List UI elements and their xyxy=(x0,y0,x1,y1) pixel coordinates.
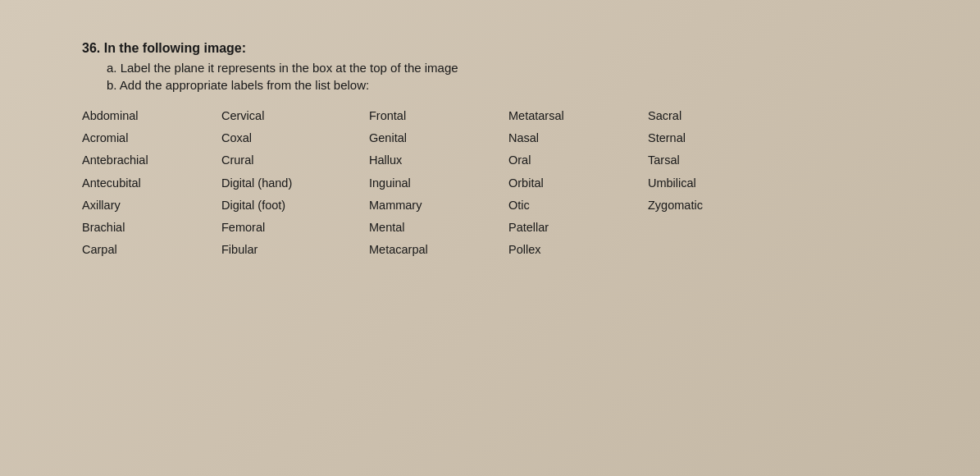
question-number: 36. In the following image: xyxy=(82,41,931,56)
sub-item-a: a. Label the plane it represents in the … xyxy=(107,61,931,75)
column-5: Sacral Sternal Tarsal Umbilical Zygomati… xyxy=(648,107,787,259)
list-item: Abdominal xyxy=(82,107,221,126)
list-item: Tarsal xyxy=(648,151,787,170)
list-item: Digital (foot) xyxy=(221,196,369,215)
list-item: Metacarpal xyxy=(369,240,508,259)
sub-a-text: a. Label the plane it represents in the … xyxy=(107,61,458,75)
list-item: Hallux xyxy=(369,151,508,170)
list-item: Mammary xyxy=(369,196,508,215)
list-item: Nasal xyxy=(508,129,648,148)
list-item: Digital (hand) xyxy=(221,174,369,193)
list-item: Coxal xyxy=(221,129,369,148)
list-item: Oral xyxy=(508,151,648,170)
sub-b-text: b. Add the appropriate labels from the l… xyxy=(107,78,369,92)
list-item: Otic xyxy=(508,196,648,215)
list-item: Metatarsal xyxy=(508,107,648,126)
list-item-cervical: Cervical xyxy=(221,107,369,126)
list-item: Carpal xyxy=(82,240,221,259)
page-container: 36. In the following image: a. Label the… xyxy=(0,0,980,476)
list-item: Sternal xyxy=(648,129,787,148)
list-item: Axillary xyxy=(82,196,221,215)
list-item: Genital xyxy=(369,129,508,148)
list-item: Fibular xyxy=(221,240,369,259)
sub-item-b: b. Add the appropriate labels from the l… xyxy=(107,78,931,92)
list-item: Sacral xyxy=(648,107,787,126)
number-label: 36. xyxy=(82,41,100,55)
list-item: Patellar xyxy=(508,218,648,237)
list-item: Acromial xyxy=(82,129,221,148)
list-item: Femoral xyxy=(221,218,369,237)
list-item: Zygomatic xyxy=(648,196,787,215)
list-item: Frontal xyxy=(369,107,508,126)
list-item: Antebrachial xyxy=(82,151,221,170)
column-2: Cervical Coxal Crural Digital (hand) Dig… xyxy=(221,107,369,259)
list-item: Crural xyxy=(221,151,369,170)
list-item: Inguinal xyxy=(369,174,508,193)
list-item: Umbilical xyxy=(648,174,787,193)
list-item: Orbital xyxy=(508,174,648,193)
list-item: Antecubital xyxy=(82,174,221,193)
intro-text: In the following image: xyxy=(104,41,246,55)
column-4: Metatarsal Nasal Oral Orbital Otic Patel… xyxy=(508,107,648,259)
labels-grid: Abdominal Acromial Antebrachial Antecubi… xyxy=(82,107,931,259)
list-item-brachial: Brachial xyxy=(82,218,221,237)
column-3: Frontal Genital Hallux Inguinal Mammary … xyxy=(369,107,508,259)
list-item: Mental xyxy=(369,218,508,237)
list-item: Pollex xyxy=(508,240,648,259)
column-1: Abdominal Acromial Antebrachial Antecubi… xyxy=(82,107,221,259)
